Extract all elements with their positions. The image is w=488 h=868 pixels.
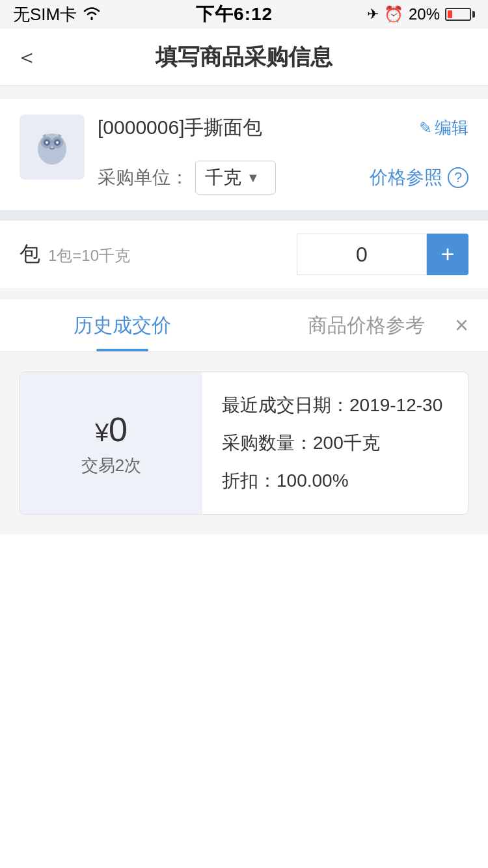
quantity-unit-label: 包 (20, 240, 40, 269)
location-icon: ✈ (367, 6, 379, 23)
status-bar: 无SIM卡 下午6:12 ✈ ⏰ 20% (0, 0, 488, 29)
purchase-unit-label: 采购单位： (98, 165, 189, 190)
product-name-row: [0000006]手撕面包 ✎ 编辑 (98, 115, 468, 141)
price-ref-hint-icon: ? (448, 167, 468, 188)
quantity-sub-label: 1包=10千克 (48, 245, 130, 266)
history-detail-panel: 最近成交日期：2019-12-30 采购数量：200千克 折扣：100.00% (202, 372, 468, 514)
unit-value: 千克 (205, 165, 241, 190)
bottom-area (0, 534, 488, 868)
product-title: 手撕面包 (184, 116, 262, 138)
edit-icon: ✎ (419, 119, 432, 137)
history-quantity-row: 采购数量：200千克 (222, 429, 448, 457)
history-price-panel: ¥0 交易2次 (20, 372, 202, 514)
quantity-plus-button[interactable]: + (427, 234, 468, 275)
history-section: ¥0 交易2次 最近成交日期：2019-12-30 采购数量：200千克 折扣：… (0, 352, 488, 534)
page-title: 填写商品采购信息 (156, 42, 332, 72)
status-carrier: 无SIM卡 (13, 3, 102, 26)
divider-strip (0, 210, 488, 221)
unit-select[interactable]: 千克 ▼ (195, 161, 276, 195)
quantity-label-detail: 采购数量： (222, 433, 313, 453)
dropdown-arrow-icon: ▼ (247, 170, 260, 185)
purchase-unit-row: 采购单位： 千克 ▼ 价格参照 ? (98, 161, 468, 195)
history-card: ¥0 交易2次 最近成交日期：2019-12-30 采购数量：200千克 折扣：… (20, 372, 468, 515)
product-thumb-svg (29, 124, 75, 170)
quantity-value-detail: 200千克 (313, 433, 380, 453)
product-name: [0000006]手撕面包 (98, 115, 262, 141)
price-ref-label: 价格参照 (370, 165, 442, 190)
tab-history-price[interactable]: 历史成交价 (0, 299, 244, 351)
history-times-label: 交易2次 (81, 454, 141, 477)
question-mark: ? (454, 169, 462, 186)
alarm-icon: ⏰ (384, 5, 403, 23)
recent-date-label: 最近成交日期： (222, 395, 349, 415)
battery-percent: 20% (409, 5, 440, 23)
svg-point-6 (56, 141, 59, 144)
tab-product-price-ref[interactable]: 商品价格参考 (244, 299, 488, 351)
product-card: [0000006]手撕面包 ✎ 编辑 采购单位： 千克 ▼ 价格参照 (0, 99, 488, 210)
product-header: [0000006]手撕面包 ✎ 编辑 采购单位： 千克 ▼ 价格参照 (20, 115, 468, 195)
price-amount: 0 (109, 411, 128, 448)
discount-label: 折扣： (222, 470, 277, 491)
tab-active-indicator (96, 349, 148, 351)
carrier-text: 无SIM卡 (13, 3, 77, 26)
quantity-input[interactable] (297, 234, 427, 275)
discount-value: 100.00% (277, 470, 349, 491)
price-ref-button[interactable]: 价格参照 ? (370, 165, 468, 190)
history-discount-row: 折扣：100.00% (222, 467, 448, 495)
panel-tabs: 历史成交价 商品价格参考 × (0, 299, 488, 352)
wifi-icon (82, 5, 102, 25)
recent-date-value: 2019-12-30 (349, 395, 442, 415)
product-thumbnail (20, 115, 85, 180)
nav-header: ＜ 填写商品采购信息 (0, 29, 488, 86)
tab-close-button[interactable]: × (455, 312, 468, 339)
currency-symbol: ¥ (95, 419, 109, 446)
svg-point-5 (46, 141, 48, 144)
status-right-icons: ✈ ⏰ 20% (367, 5, 475, 23)
product-info: [0000006]手撕面包 ✎ 编辑 采购单位： 千克 ▼ 价格参照 (98, 115, 468, 195)
quantity-label: 包 1包=10千克 (20, 240, 130, 269)
tab2-label: 商品价格参考 (308, 312, 425, 339)
history-price-value: ¥0 (95, 410, 128, 449)
history-recent-date-row: 最近成交日期：2019-12-30 (222, 392, 448, 419)
edit-button[interactable]: ✎ 编辑 (419, 116, 468, 139)
quantity-input-group: + (297, 234, 468, 275)
edit-label: 编辑 (435, 116, 468, 139)
product-id: [0000006] (98, 116, 184, 138)
quantity-row: 包 1包=10千克 + (0, 221, 488, 289)
battery-indicator (445, 8, 475, 21)
tab1-label: 历史成交价 (74, 312, 171, 339)
status-time: 下午6:12 (196, 2, 273, 27)
back-button[interactable]: ＜ (16, 42, 38, 72)
